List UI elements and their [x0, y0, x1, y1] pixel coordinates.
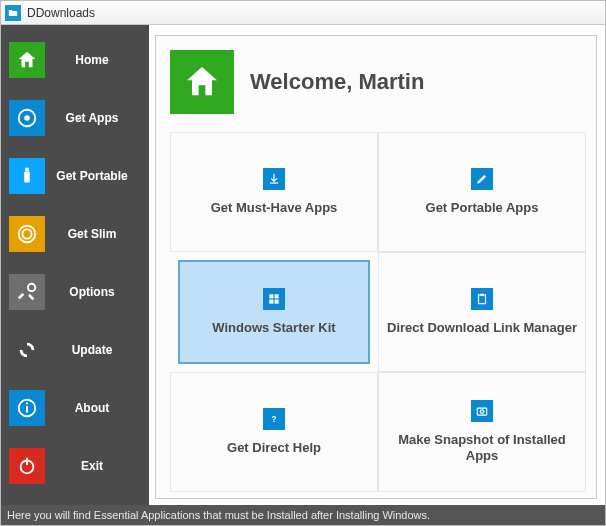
clipboard-icon — [471, 288, 493, 310]
windows-icon — [263, 288, 285, 310]
sidebar-item-label: Options — [45, 285, 149, 299]
welcome-title: Welcome, Martin — [250, 69, 424, 95]
tile-label: Windows Starter Kit — [212, 320, 335, 336]
sync-icon — [9, 332, 45, 368]
sidebar-item-label: Get Slim — [45, 227, 149, 241]
download-icon — [263, 168, 285, 190]
tile-must-have-apps[interactable]: Get Must-Have Apps — [170, 132, 378, 252]
rings-icon — [9, 216, 45, 252]
tile-make-snapshot[interactable]: Make Snapshot of Installed Apps — [378, 372, 586, 492]
sidebar-item-about[interactable]: About — [1, 381, 149, 435]
welcome-header: Welcome, Martin — [170, 50, 586, 114]
sidebar-item-update[interactable]: Update — [1, 323, 149, 377]
tile-label: Get Must-Have Apps — [211, 200, 338, 216]
tools-icon — [9, 274, 45, 310]
tile-windows-starter-kit[interactable]: Windows Starter Kit — [178, 260, 370, 364]
tile-label: Get Portable Apps — [426, 200, 539, 216]
camera-icon — [471, 400, 493, 422]
sidebar-item-home[interactable]: Home — [1, 33, 149, 87]
tiles-grid: Get Must-Have Apps Get Portable Apps Win… — [170, 132, 586, 492]
sidebar: Home Get Apps Get Portable Get Slim Opti… — [1, 25, 149, 505]
tile-label: Get Direct Help — [227, 440, 321, 456]
main-panel: Welcome, Martin Get Must-Have Apps Get P… — [155, 35, 597, 499]
sidebar-item-label: Get Portable — [45, 169, 149, 183]
home-icon — [170, 50, 234, 114]
status-bar: Here you will find Essential Application… — [1, 505, 605, 525]
tile-portable-apps[interactable]: Get Portable Apps — [378, 132, 586, 252]
sidebar-item-get-apps[interactable]: Get Apps — [1, 91, 149, 145]
tile-label: Make Snapshot of Installed Apps — [387, 432, 577, 465]
sidebar-item-label: Update — [45, 343, 149, 357]
sidebar-item-options[interactable]: Options — [1, 265, 149, 319]
titlebar: DDownloads — [1, 1, 605, 25]
pencil-icon — [471, 168, 493, 190]
home-icon — [9, 42, 45, 78]
sidebar-item-exit[interactable]: Exit — [1, 439, 149, 493]
sidebar-item-label: Exit — [45, 459, 149, 473]
help-icon — [263, 408, 285, 430]
sidebar-item-get-slim[interactable]: Get Slim — [1, 207, 149, 261]
sidebar-item-label: About — [45, 401, 149, 415]
sidebar-item-label: Get Apps — [45, 111, 149, 125]
usb-icon — [9, 158, 45, 194]
power-icon — [9, 448, 45, 484]
sidebar-item-label: Home — [45, 53, 149, 67]
sidebar-item-get-portable[interactable]: Get Portable — [1, 149, 149, 203]
disc-icon — [9, 100, 45, 136]
info-icon — [9, 390, 45, 426]
status-text: Here you will find Essential Application… — [7, 509, 430, 521]
tile-get-direct-help[interactable]: Get Direct Help — [170, 372, 378, 492]
app-icon — [5, 5, 21, 21]
tile-direct-download-link-manager[interactable]: Direct Download Link Manager — [378, 252, 586, 372]
tile-label: Direct Download Link Manager — [387, 320, 577, 336]
window-title: DDownloads — [27, 6, 95, 20]
